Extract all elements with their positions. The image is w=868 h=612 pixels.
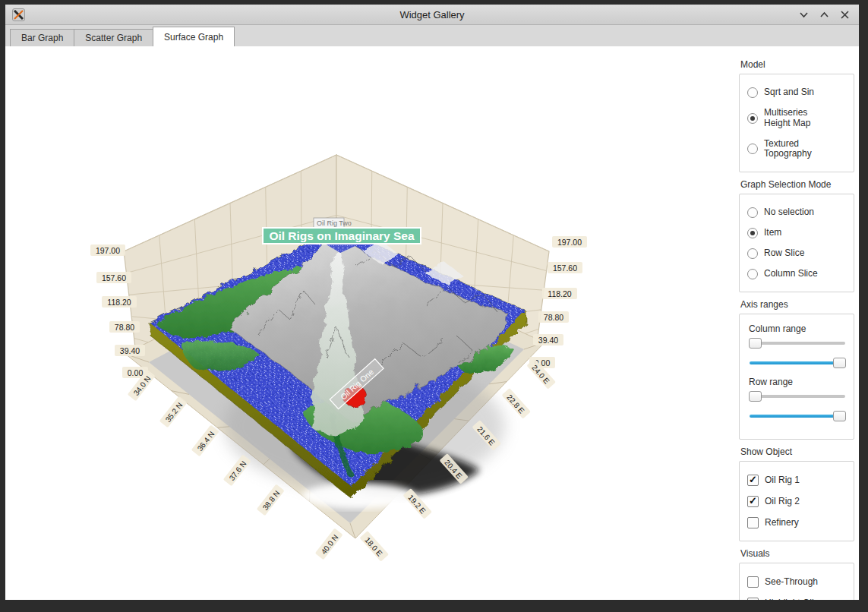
svg-text:39.40: 39.40 [538,336,558,345]
radio-item[interactable]: Item [747,228,847,238]
selection-mode-group-label: Graph Selection Mode [740,179,853,190]
surface-graph-page: Oil Rig Two Oil Rigs on Imaginary Sea Oi… [5,46,859,600]
radio-icon-selected[interactable] [747,113,758,124]
radio-icon[interactable] [747,207,758,218]
tab-surface-graph[interactable]: Surface Graph [153,27,235,46]
checkbox-oil-rig-1[interactable]: Oil Rig 1 [747,475,847,486]
maximize-icon[interactable] [819,9,829,20]
svg-text:157.60: 157.60 [553,263,577,273]
axis-ranges-group: Column range Row range [739,314,854,440]
window-title: Widget Gallery [5,9,859,21]
svg-text:157.60: 157.60 [102,273,126,282]
close-icon[interactable] [839,9,850,20]
checkbox-oil-rig-2[interactable]: Oil Rig 2 [747,496,847,507]
visuals-group-label: Visuals [740,548,853,559]
radio-column-slice[interactable]: Column Slice [747,269,847,279]
svg-text:78.80: 78.80 [544,313,563,322]
column-range-max-slider[interactable] [749,357,846,369]
slider-track[interactable] [750,395,845,398]
plot-title: Oil Rigs on Imaginary Sea [263,228,421,244]
oil-rig-two-label[interactable]: Oil Rig Two [314,218,352,228]
checkbox-refinery[interactable]: Refinery [747,517,847,528]
svg-text:Oil Rigs on Imaginary Sea: Oil Rigs on Imaginary Sea [269,229,415,242]
radio-icon[interactable] [747,269,758,279]
checkbox-highlight-oil[interactable]: Highlight Oil [747,598,847,600]
slider-handle[interactable] [749,391,762,402]
checkbox-icon-checked[interactable] [747,475,759,486]
radio-no-selection[interactable]: No selection [747,207,847,218]
row-range-max-slider[interactable] [749,410,846,422]
slider-track-filled[interactable] [750,361,845,364]
surface-plot-3d[interactable]: Oil Rig Two Oil Rigs on Imaginary Sea Oi… [5,46,736,599]
checkbox-icon[interactable] [747,598,759,600]
checkbox-icon[interactable] [747,576,759,588]
radio-icon[interactable] [747,144,758,154]
tab-scatter-graph[interactable]: Scatter Graph [74,29,153,46]
minimize-icon[interactable] [798,9,809,20]
visuals-group: See-Through Highlight Oil Shadows [739,563,854,600]
column-range-min-slider[interactable] [749,337,846,349]
radio-icon[interactable] [747,248,758,259]
radio-textured-topography[interactable]: Textured Topography [747,139,847,160]
row-range-label: Row range [749,377,846,387]
checkbox-icon[interactable] [747,517,759,528]
radio-row-slice[interactable]: Row Slice [747,248,847,259]
tab-bar-graph[interactable]: Bar Graph [10,29,74,46]
model-group-label: Model [740,59,853,70]
show-object-group: Oil Rig 1 Oil Rig 2 Refinery [739,461,854,541]
titlebar[interactable]: Widget Gallery [5,5,859,25]
radio-icon-selected[interactable] [747,228,758,238]
model-group: Sqrt and Sin Multiseries Height Map Text… [739,74,854,172]
svg-text:0.00: 0.00 [128,368,144,377]
svg-text:118.20: 118.20 [107,298,131,307]
checkbox-icon-checked[interactable] [747,496,759,507]
control-panel: Model Sqrt and Sin Multiseries Height Ma… [739,52,854,600]
widget-gallery-window: Widget Gallery Bar Graph Scatter Graph S… [5,5,859,600]
slider-track[interactable] [750,342,845,345]
slider-handle[interactable] [833,411,846,421]
radio-sqrt-and-sin[interactable]: Sqrt and Sin [747,87,847,98]
svg-text:197.00: 197.00 [557,238,582,247]
tab-bar: Bar Graph Scatter Graph Surface Graph [5,25,859,46]
svg-text:Oil Rig Two: Oil Rig Two [317,219,352,227]
slider-handle[interactable] [749,338,762,349]
svg-text:39.40: 39.40 [120,346,140,355]
checkbox-see-through[interactable]: See-Through [747,576,847,588]
column-range-label: Column range [749,323,846,334]
selection-mode-group: No selection Item Row Slice Column Slice [739,194,854,292]
svg-text:118.20: 118.20 [548,289,571,298]
radio-icon[interactable] [747,87,758,98]
show-object-group-label: Show Object [740,446,853,457]
slider-track-filled[interactable] [750,415,845,418]
slider-handle[interactable] [833,358,846,368]
svg-text:197.00: 197.00 [96,246,120,255]
svg-text:78.80: 78.80 [115,323,134,332]
axis-ranges-group-label: Axis ranges [740,299,853,310]
radio-multiseries-height-map[interactable]: Multiseries Height Map [747,108,847,129]
window-frame: Widget Gallery Bar Graph Scatter Graph S… [0,0,868,612]
row-range-min-slider[interactable] [749,390,846,402]
